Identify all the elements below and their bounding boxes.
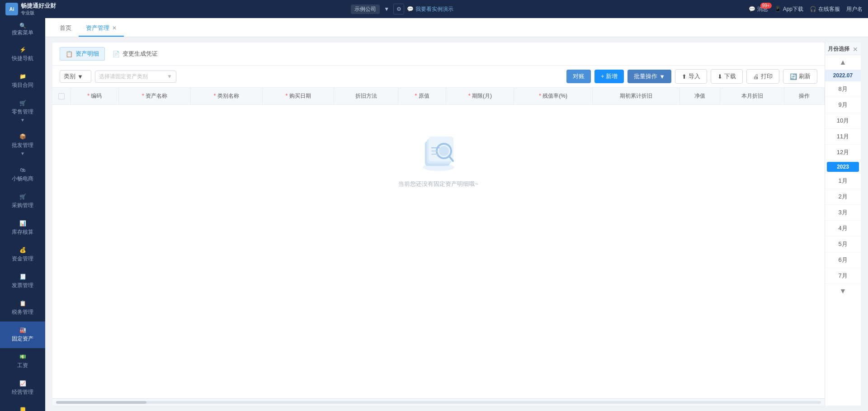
sidebar-item-wholesale[interactable]: 📦 批发管理 ▼ — [0, 128, 45, 161]
month-item-2023-1[interactable]: 1月 — [825, 173, 861, 189]
toolbar-right: 对账 + 新增 批量操作 ▼ ⬆ 导入 ⬇ 下载 — [566, 69, 817, 84]
company-dropdown-icon[interactable]: ▼ — [382, 5, 391, 13]
user-name: 用户名 — [846, 5, 863, 13]
month-item-8[interactable]: 8月 — [825, 81, 861, 97]
settings-icon[interactable]: ⚙ — [393, 4, 404, 14]
project-icon: 📁 — [19, 73, 26, 80]
sidebar-item-purchase[interactable]: 🛒 采购管理 — [0, 188, 45, 215]
sub-tab-change-voucher[interactable]: 📄 变更生成凭证 — [107, 47, 164, 61]
sidebar: 🔍 搜索菜单 ⚡ 快捷导航 📁 项目合同 🛒 零售管理 ▼ 📦 批发管理 ▼ 🛍… — [0, 18, 45, 411]
sidebar-item-ledger[interactable]: 📒 总账管理 — [0, 402, 45, 411]
sidebar-item-ecommerce[interactable]: 🛍 小畅电商 — [0, 161, 45, 188]
invoice-icon: 🧾 — [19, 274, 26, 280]
sidebar-item-tax[interactable]: 📋 税务管理 — [0, 295, 45, 321]
bottom-scroll-bar[interactable] — [52, 398, 825, 406]
sidebar-item-label: 库存核算 — [12, 228, 33, 236]
top-bar-left: Ai 畅捷通好业财 专业版 — [5, 2, 56, 16]
month-nav-down: ▼ — [825, 284, 861, 298]
import-icon: ⬆ — [682, 73, 687, 80]
sidebar-item-label: 发票管理 — [12, 282, 33, 289]
sub-tabs: 📋 资产明细 📄 变更生成凭证 — [52, 43, 825, 66]
print-button[interactable]: 🖨 打印 — [746, 69, 779, 84]
sidebar-item-label: 固定资产 — [12, 335, 33, 343]
demo-icon: 💬 — [407, 6, 414, 12]
svg-point-5 — [439, 146, 449, 156]
sidebar-item-label: 工资 — [17, 362, 28, 369]
sidebar-item-retail[interactable]: 🛒 零售管理 ▼ — [0, 94, 45, 128]
refresh-button[interactable]: 🔄 刷新 — [783, 69, 817, 84]
fixed-assets-icon: 🏭 — [19, 327, 26, 333]
message-icon: 💬 — [749, 6, 755, 12]
import-label: 导入 — [689, 72, 700, 80]
sidebar-item-inventory[interactable]: 📊 库存核算 — [0, 215, 45, 241]
month-item-2023-7[interactable]: 7月 — [825, 268, 861, 284]
online-service-button[interactable]: 🎧 在线客服 — [810, 5, 840, 13]
match-button[interactable]: 对账 — [566, 70, 591, 83]
tab-asset-management[interactable]: 资产管理 ✕ — [79, 20, 124, 37]
company-name[interactable]: 示例公司 — [351, 5, 380, 14]
message-badge: 99+ — [760, 3, 772, 9]
col-code: 编码 — [71, 88, 119, 105]
logo-icon: Ai — [5, 3, 18, 15]
month-nav-up-button[interactable]: ▲ — [838, 57, 849, 68]
month-panel-close-icon[interactable]: ✕ — [853, 46, 858, 53]
month-item-9[interactable]: 9月 — [825, 97, 861, 113]
col-net-value: 净值 — [680, 88, 720, 105]
month-item-2023-2[interactable]: 2月 — [825, 189, 861, 205]
col-operation: 操作 — [784, 88, 824, 105]
sidebar-item-label: 采购管理 — [12, 202, 33, 209]
user-button[interactable]: 用户名 — [846, 5, 863, 13]
month-item-2023-3[interactable]: 3月 — [825, 205, 861, 221]
category-placeholder: 选择请固定资产类别 — [99, 73, 148, 80]
retail-arrow-icon: ▼ — [20, 118, 25, 123]
add-button[interactable]: + 新增 — [594, 70, 624, 83]
import-button[interactable]: ⬆ 导入 — [675, 69, 707, 84]
tab-home[interactable]: 首页 — [52, 20, 79, 37]
month-item-10[interactable]: 10月 — [825, 113, 861, 129]
page-content: 📋 资产明细 📄 变更生成凭证 类别 ▼ — [45, 37, 868, 411]
download-icon: ⬇ — [717, 73, 722, 80]
sidebar-item-quick-nav[interactable]: ⚡ 快捷导航 — [0, 41, 45, 68]
month-item-12[interactable]: 12月 — [825, 145, 861, 161]
wholesale-icon: 📦 — [19, 133, 26, 140]
month-nav-up: ▲ — [825, 55, 861, 70]
select-all-checkbox[interactable] — [58, 93, 65, 99]
table-container: 编码 资产名称 类别名称 购买日期 折旧方法 原值 期限(月) 残值率(%) 期… — [52, 88, 825, 398]
batch-button[interactable]: 批量操作 ▼ — [627, 70, 671, 83]
scroll-thumb[interactable] — [56, 401, 146, 404]
sub-tab-asset-detail[interactable]: 📋 资产明细 — [60, 47, 105, 61]
sidebar-item-salary[interactable]: 💵 工资 — [0, 348, 45, 375]
asset-detail-icon: 📋 — [66, 51, 73, 57]
col-depreciation-method: 折旧方法 — [334, 88, 398, 105]
month-nav-down-button[interactable]: ▼ — [838, 286, 849, 297]
sidebar-item-fixed-assets[interactable]: 🏭 固定资产 — [0, 321, 45, 348]
message-button[interactable]: 💬 消息 99+ — [749, 5, 768, 13]
month-item-11[interactable]: 11月 — [825, 129, 861, 145]
month-item-2023-4[interactable]: 4月 — [825, 221, 861, 236]
sidebar-item-operations[interactable]: 📈 经营管理 — [0, 375, 45, 402]
download-button[interactable]: ⬇ 下载 — [711, 69, 743, 84]
category-dropdown-icon: ▼ — [77, 73, 83, 80]
month-item-2023-5[interactable]: 5月 — [825, 236, 861, 252]
sidebar-item-finance[interactable]: 💰 资金管理 — [0, 241, 45, 268]
sub-tab-label: 变更生成凭证 — [123, 50, 158, 58]
tab-bar: 首页 资产管理 ✕ — [45, 18, 868, 37]
retail-icon: 🛒 — [19, 100, 26, 106]
sidebar-search[interactable]: 🔍 搜索菜单 — [0, 18, 45, 41]
refresh-label: 刷新 — [799, 72, 811, 80]
demo-link[interactable]: 💬 我要看实例演示 — [407, 5, 453, 13]
toolbar-left: 类别 ▼ 选择请固定资产类别 ▼ — [60, 70, 176, 83]
app-edition: 专业版 — [21, 10, 56, 16]
batch-label: 批量操作 — [634, 72, 657, 80]
sidebar-item-invoice[interactable]: 🧾 发票管理 — [0, 268, 45, 295]
inventory-icon: 📊 — [19, 220, 26, 227]
scroll-track[interactable] — [56, 401, 821, 404]
tab-close-icon[interactable]: ✕ — [112, 25, 117, 31]
empty-text: 当前您还没有固定资产明细哦~ — [398, 180, 478, 188]
category-select[interactable]: 选择请固定资产类别 ▼ — [95, 71, 176, 83]
sidebar-item-project[interactable]: 📁 项目合同 — [0, 68, 45, 94]
app-download-button[interactable]: 📱 App下载 — [774, 5, 803, 13]
month-item-2023-6[interactable]: 6月 — [825, 252, 861, 268]
col-monthly-depreciation: 本月折旧 — [720, 88, 784, 105]
category-filter[interactable]: 类别 ▼ — [60, 70, 91, 83]
